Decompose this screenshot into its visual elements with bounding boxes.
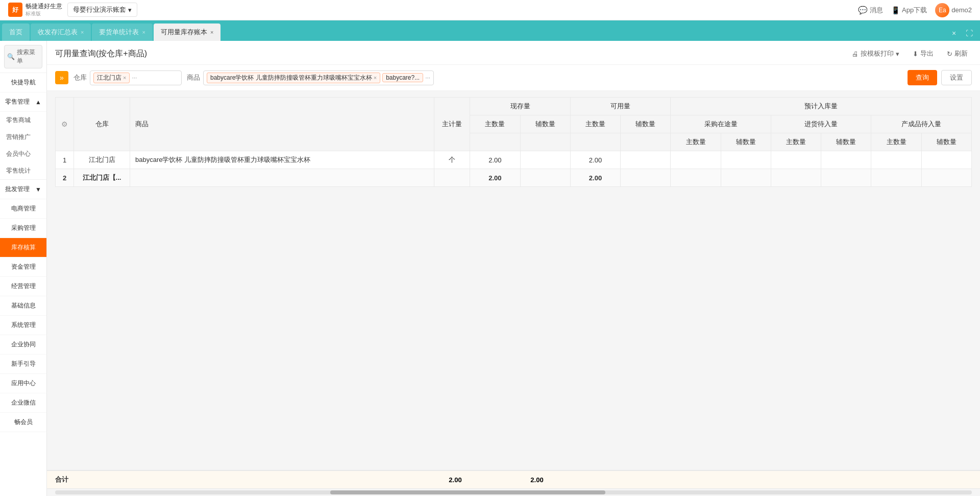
retail-expand-icon: ▲ — [35, 99, 41, 106]
print-btn[interactable]: 🖨 按模板打印 — [848, 47, 903, 60]
sidebar-item-app-center[interactable]: 应用中心 — [0, 374, 46, 393]
tab-available-stock-close[interactable]: × — [210, 29, 213, 35]
tab-order-stats[interactable]: 要货单统计表 × — [92, 23, 152, 41]
top-bar-right: 💬 消息 📱 App下载 Ea demo2 — [858, 3, 972, 17]
sidebar-item-inventory[interactable]: 库存核算 — [0, 238, 46, 257]
app-download-btn[interactable]: 📱 App下载 — [891, 6, 927, 15]
th-inc-main: 主数量 — [771, 133, 821, 151]
sidebar-item-enterprise[interactable]: 企业协同 — [0, 335, 46, 355]
tenant-selector[interactable]: 母婴行业演示账套 — [67, 3, 137, 17]
warehouse-tag-1-text: 江北门店 — [97, 74, 121, 82]
sidebar-item-vip[interactable]: 畅会员 — [0, 413, 46, 432]
message-label: 消息 — [870, 6, 883, 15]
tab-receive-pay-close[interactable]: × — [81, 29, 84, 35]
page-header: 可用量查询(按仓库+商品) 🖨 按模板打印 ⬇ 导出 ↻ 刷新 — [47, 41, 980, 65]
sidebar-item-purchase[interactable]: 采购管理 — [0, 219, 46, 238]
cell-prod-sub-2 — [921, 169, 971, 187]
th-current-sub: 辅数量 — [520, 115, 570, 133]
cell-avail-sub-2 — [621, 169, 671, 187]
th-unit: 主计量 — [434, 98, 470, 151]
tab-receive-pay[interactable]: 收发存汇总表 × — [31, 23, 91, 41]
product-tag-1-close[interactable]: × — [374, 75, 377, 81]
app-download-label: App下载 — [902, 6, 927, 15]
cell-pur-sub-2 — [721, 169, 771, 187]
sidebar-item-ops[interactable]: 经营管理 — [0, 277, 46, 296]
product-more[interactable]: ··· — [425, 74, 430, 81]
refresh-btn[interactable]: ↻ 刷新 — [943, 47, 972, 60]
sidebar-item-sys-mgmt[interactable]: 系统管理 — [0, 316, 46, 335]
th-prod-sub: 辅数量 — [921, 133, 971, 151]
cell-pur-main-2 — [671, 169, 721, 187]
cell-inc-main-2 — [771, 169, 821, 187]
user-area[interactable]: Ea demo2 — [935, 3, 972, 17]
th-available-group: 可用量 — [570, 98, 671, 115]
refresh-label: 刷新 — [954, 49, 968, 58]
col-settings-icon[interactable]: ⚙ — [61, 120, 68, 128]
total-bar: 合计 2.00 2.00 — [47, 470, 980, 489]
product-tag-1-text: babycare学饮杯 儿童防摔防撞吸管杯重力球吸嘴杯宝宝水杯 — [210, 74, 372, 82]
sidebar: 🔍 搜索菜单 快捷导航 零售管理 ▲ 零售商城 营销推广 会员中心 零售统计 — [0, 41, 47, 496]
message-btn[interactable]: 💬 消息 — [858, 6, 883, 15]
table-row: 1 江北门店 babycare学饮杯 儿童防摔防撞吸管杯重力球吸嘴杯宝宝水杯 个… — [56, 151, 972, 169]
export-btn[interactable]: ⬇ 导出 — [909, 47, 938, 60]
sidebar-item-wholesale[interactable]: 批发管理 ▼ — [0, 180, 46, 199]
scroll-thumb[interactable] — [330, 490, 605, 494]
sidebar-item-guide[interactable]: 新手引导 — [0, 355, 46, 374]
logo-icon: 好 — [8, 3, 22, 17]
th-av-main2 — [570, 133, 620, 151]
filter-actions: 查询 设置 — [908, 70, 972, 85]
cell-product-1: babycare学饮杯 儿童防摔防撞吸管杯重力球吸嘴杯宝宝水杯 — [130, 151, 434, 169]
warehouse-tag-1: 江北门店 × — [93, 73, 130, 83]
sidebar-item-basic-info[interactable]: 基础信息 — [0, 296, 46, 316]
sidebar-group-retail: 零售管理 ▲ 零售商城 营销推广 会员中心 零售统计 — [0, 92, 46, 180]
tab-order-stats-close[interactable]: × — [142, 29, 145, 35]
scroll-track[interactable] — [55, 490, 972, 494]
tab-available-stock[interactable]: 可用量库存账本 × — [154, 23, 220, 41]
print-label: 按模板打印 — [861, 49, 894, 58]
sidebar-item-quick-nav[interactable]: 快捷导航 — [0, 73, 46, 92]
cell-prod-main-1 — [871, 151, 921, 169]
content-area: 可用量查询(按仓库+商品) 🖨 按模板打印 ⬇ 导出 ↻ 刷新 » — [47, 41, 980, 496]
tabs-close-all[interactable]: × — [948, 28, 960, 39]
filter-bar: » 仓库 江北门店 × ··· 商品 babycare学饮杯 儿童防摔防撞吸管杯… — [47, 65, 980, 91]
total-label: 合计 — [55, 476, 68, 483]
th-purchase-transit-group: 采购在途量 — [671, 115, 771, 133]
warehouse-input[interactable]: 江北门店 × ··· — [90, 70, 182, 85]
tabs-fullscreen[interactable]: ⛶ — [964, 28, 975, 39]
sidebar-item-retail-mgmt[interactable]: 零售管理 ▲ — [0, 92, 46, 112]
tab-home[interactable]: 首页 — [2, 23, 30, 41]
cell-curr-sub-1 — [520, 151, 570, 169]
product-tag-2-text: babycare?... — [386, 74, 420, 81]
sidebar-item-wechat[interactable]: 企业微信 — [0, 393, 46, 413]
sidebar-item-marketing[interactable]: 营销推广 — [0, 129, 46, 146]
th-current-main: 主数量 — [470, 115, 520, 133]
product-input[interactable]: babycare学饮杯 儿童防摔防撞吸管杯重力球吸嘴杯宝宝水杯 × babyca… — [203, 70, 434, 85]
tenant-name: 母婴行业演示账套 — [73, 5, 126, 14]
cell-pur-sub-1 — [721, 151, 771, 169]
sidebar-item-ecommerce[interactable]: 电商管理 — [0, 199, 46, 219]
sidebar-search-btn[interactable]: 🔍 搜索菜单 — [4, 45, 42, 68]
cell-curr-sub-2 — [520, 169, 570, 187]
search-icon: 🔍 — [7, 53, 15, 60]
user-avatar: Ea — [935, 3, 949, 17]
filter-toggle-btn[interactable]: » — [55, 71, 68, 84]
sidebar-item-retail-stats[interactable]: 零售统计 — [0, 162, 46, 179]
logo-text-area: 畅捷通好生意 标准版 — [26, 3, 62, 17]
product-tag-2: babycare?... — [382, 73, 423, 82]
table-area: ⚙ 仓库 商品 主计量 现存量 — [47, 91, 980, 470]
warehouse-tag-1-close[interactable]: × — [123, 75, 126, 81]
cell-inc-sub-1 — [821, 151, 871, 169]
th-av-sub2 — [621, 133, 671, 151]
sidebar-item-finance[interactable]: 资金管理 — [0, 257, 46, 277]
th-cs-sub2 — [520, 133, 570, 151]
sidebar-item-retail-mall[interactable]: 零售商城 — [0, 112, 46, 129]
setting-btn[interactable]: 设置 — [941, 70, 972, 85]
query-btn[interactable]: 查询 — [908, 70, 937, 85]
cell-avail-main-1: 2.00 — [570, 151, 620, 169]
export-label: 导出 — [920, 49, 934, 58]
cell-prod-main-2 — [871, 169, 921, 187]
page-actions: 🖨 按模板打印 ⬇ 导出 ↻ 刷新 — [848, 47, 972, 60]
warehouse-more[interactable]: ··· — [132, 74, 137, 81]
sidebar-item-member[interactable]: 会员中心 — [0, 146, 46, 162]
logo-text: 畅捷通好生意 — [26, 3, 62, 10]
